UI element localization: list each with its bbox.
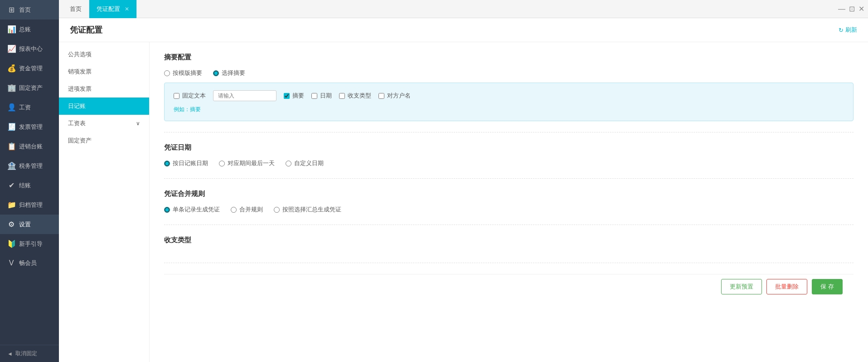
close-tab-icon[interactable]: ✕ — [125, 6, 129, 12]
sidebar-item-settlement[interactable]: ✔ 结账 — [0, 176, 59, 195]
close-window-button[interactable]: ✕ — [858, 5, 864, 13]
sidebar-item-settings[interactable]: ⚙ 设置 — [0, 215, 59, 234]
cancel-pin-button[interactable]: ◄ 取消固定 — [0, 345, 59, 362]
date-input[interactable] — [311, 93, 317, 99]
nav-item-sales-invoice[interactable]: 销项发票 — [59, 63, 149, 80]
fixed-text-checkbox[interactable]: 固定文本 — [174, 92, 206, 100]
custom-date-input[interactable] — [286, 161, 291, 166]
template-summary-input[interactable] — [164, 70, 170, 76]
last-day-radio[interactable]: 对应期间最后一天 — [219, 159, 275, 167]
sidebar-item-label: 设置 — [19, 220, 31, 229]
single-record-label: 单条记录生成凭证 — [173, 205, 220, 214]
select-summary-label: 选择摘要 — [222, 69, 245, 77]
page-title: 凭证配置 — [70, 24, 102, 35]
fixed-text-label: 固定文本 — [182, 92, 206, 100]
sidebar-item-home[interactable]: ⊞ 首页 — [0, 0, 59, 20]
sidebar-item-label: 资金管理 — [19, 64, 43, 73]
fixed-text-field[interactable] — [213, 90, 276, 101]
merge-radio-group: 单条记录生成凭证 合并规则 按照选择汇总生成凭证 — [164, 205, 853, 214]
summary-section: 摘要配置 按模版摘要 选择摘要 固定文本 — [164, 53, 853, 132]
journal-date-radio[interactable]: 按日记账日期 — [164, 159, 208, 167]
custom-date-radio[interactable]: 自定义日期 — [286, 159, 324, 167]
tab-bar: 首页 凭证配置 ✕ — ⊡ ✕ — [59, 0, 868, 18]
sidebar: ⊞ 首页 📊 总账 📈 报表中心 💰 资金管理 🏢 固定资产 👤 工资 🧾 发票… — [0, 0, 59, 362]
last-day-input[interactable] — [219, 161, 225, 166]
template-summary-label: 按模版摘要 — [173, 69, 202, 77]
nav-item-fixed-assets-label: 固定资产 — [68, 137, 92, 145]
sidebar-item-reports[interactable]: 📈 报表中心 — [0, 39, 59, 59]
sidebar-item-label: 进销台账 — [19, 142, 43, 151]
nav-item-purchase-invoice-label: 进项发票 — [68, 85, 92, 93]
home-icon: ⊞ — [7, 5, 15, 14]
single-record-radio[interactable]: 单条记录生成凭证 — [164, 205, 220, 214]
sidebar-item-funds[interactable]: 💰 资金管理 — [0, 59, 59, 78]
nav-item-public-label: 公共选项 — [68, 50, 92, 59]
sidebar-item-vip[interactable]: V 畅会员 — [0, 254, 59, 273]
refresh-button[interactable]: ↻ 刷新 — [839, 26, 857, 34]
summary-input[interactable] — [284, 93, 290, 99]
action-bar: 更新预置 批量删除 保 存 — [164, 274, 853, 299]
template-summary-radio[interactable]: 按模版摘要 — [164, 69, 202, 77]
batch-delete-button[interactable]: 批量删除 — [766, 279, 807, 294]
fixed-text-input[interactable] — [174, 93, 179, 99]
summary-title: 摘要配置 — [164, 53, 853, 62]
sidebar-item-assets[interactable]: 🏢 固定资产 — [0, 78, 59, 98]
summary-config-box: 固定文本 摘要 日期 收支类型 — [164, 83, 853, 121]
single-record-input[interactable] — [164, 207, 170, 213]
update-preview-button[interactable]: 更新预置 — [721, 279, 762, 294]
select-summary-gen-input[interactable] — [274, 207, 280, 213]
sidebar-item-label: 发票管理 — [19, 123, 43, 131]
nav-item-public[interactable]: 公共选项 — [59, 46, 149, 63]
sidebar-item-sales-ledger[interactable]: 📋 进销台账 — [0, 137, 59, 156]
vip-icon: V — [7, 259, 15, 267]
counterpart-input[interactable] — [378, 93, 384, 99]
income-type-checkbox[interactable]: 收支类型 — [339, 92, 371, 100]
income-type-input[interactable] — [339, 93, 345, 99]
merge-rule-input[interactable] — [231, 207, 237, 213]
summary-options-row: 固定文本 摘要 日期 收支类型 — [174, 90, 844, 101]
journal-date-input[interactable] — [164, 161, 170, 166]
summary-checkbox[interactable]: 摘要 — [284, 92, 304, 100]
tab-voucher-config[interactable]: 凭证配置 ✕ — [89, 0, 137, 18]
sidebar-item-label: 新手引导 — [19, 240, 43, 248]
assets-icon: 🏢 — [7, 83, 15, 92]
tab-home[interactable]: 首页 — [63, 0, 89, 18]
nav-item-payroll-sheet[interactable]: 工资表 ∨ — [59, 115, 149, 132]
select-summary-input[interactable] — [213, 70, 219, 76]
nav-item-purchase-invoice[interactable]: 进项发票 — [59, 80, 149, 98]
sidebar-item-ledger[interactable]: 📊 总账 — [0, 20, 59, 39]
tab-voucher-config-label: 凭证配置 — [97, 5, 120, 13]
income-type-title: 收支类型 — [164, 236, 853, 245]
sidebar-item-label: 税务管理 — [19, 162, 43, 170]
nav-item-journal[interactable]: 日记账 — [59, 98, 149, 115]
select-summary-gen-radio[interactable]: 按照选择汇总生成凭证 — [274, 205, 341, 214]
guide-icon: 🔰 — [7, 240, 15, 248]
journal-date-label: 按日记账日期 — [173, 159, 208, 167]
save-button[interactable]: 保 存 — [812, 279, 843, 294]
sidebar-item-guide[interactable]: 🔰 新手引导 — [0, 234, 59, 254]
maximize-button[interactable]: ⊡ — [849, 5, 855, 13]
custom-date-label: 自定义日期 — [294, 159, 324, 167]
sidebar-item-payroll[interactable]: 👤 工资 — [0, 98, 59, 117]
date-label: 日期 — [320, 92, 332, 100]
sidebar-item-label: 报表中心 — [19, 45, 43, 53]
main-content: 首页 凭证配置 ✕ — ⊡ ✕ 凭证配置 ↻ 刷新 公共选项 销项发票 — [59, 0, 868, 362]
merge-rule-label: 合并规则 — [239, 205, 263, 214]
date-checkbox[interactable]: 日期 — [311, 92, 332, 100]
merge-rule-radio[interactable]: 合并规则 — [231, 205, 263, 214]
sidebar-item-tax[interactable]: 🏦 税务管理 — [0, 156, 59, 176]
merge-section: 凭证合并规则 单条记录生成凭证 合并规则 按照选择汇总生成凭证 — [164, 190, 853, 225]
nav-item-fixed-assets[interactable]: 固定资产 — [59, 132, 149, 149]
sidebar-item-archive[interactable]: 📁 归档管理 — [0, 195, 59, 215]
counterpart-checkbox[interactable]: 对方户名 — [378, 92, 411, 100]
sidebar-item-invoice-mgmt[interactable]: 🧾 发票管理 — [0, 117, 59, 137]
select-summary-radio[interactable]: 选择摘要 — [213, 69, 245, 77]
window-controls: — ⊡ ✕ — [838, 5, 864, 13]
payroll-icon: 👤 — [7, 103, 15, 112]
sidebar-item-label: 结账 — [19, 181, 31, 190]
sidebar-item-label: 总账 — [19, 25, 31, 34]
pin-icon: ◄ — [7, 351, 13, 357]
minimize-button[interactable]: — — [838, 5, 845, 13]
preview-text: 例如：摘要 — [174, 106, 844, 113]
sidebar-item-label: 工资 — [19, 103, 31, 112]
